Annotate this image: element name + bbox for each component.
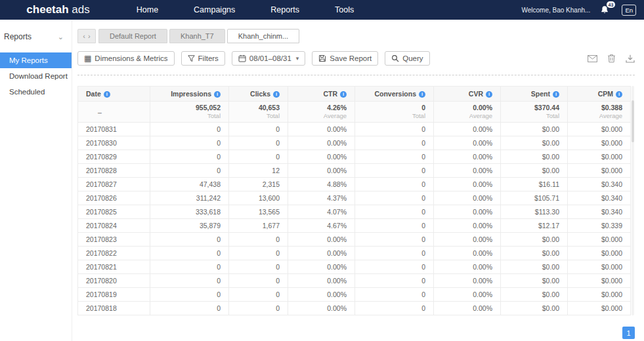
date-cell: 20170822 xyxy=(78,247,150,260)
value-cell: 0 xyxy=(229,136,288,150)
table-body: –955,052Total40,653Total4.26%Average0Tot… xyxy=(78,102,631,315)
report-table: DateImpressionsClicksCTRConversionsCVRSp… xyxy=(77,86,631,315)
sidebar-item[interactable]: My Reports xyxy=(0,52,72,68)
value-cell: $0.00 xyxy=(501,233,568,247)
report-tab[interactable]: Default Report xyxy=(98,29,167,43)
tab-label: Khanh_chinm... xyxy=(238,32,288,40)
save-report-button[interactable]: Save Report xyxy=(312,51,378,66)
sidebar-section-reports[interactable]: Reports ⌄ xyxy=(0,29,72,45)
info-icon[interactable] xyxy=(340,91,347,98)
dimensions-metrics-label: Dimensions & Metrics xyxy=(95,54,167,62)
table-row[interactable]: 20170825333,61813,5654.07%00.00%$113.30$… xyxy=(78,205,631,219)
date-cell: 20170825 xyxy=(78,205,150,219)
value-cell: 0.00% xyxy=(288,247,355,260)
date-cell: 20170827 xyxy=(78,178,150,191)
info-icon[interactable] xyxy=(419,91,425,98)
column-header[interactable]: Conversions xyxy=(355,87,434,102)
nav-item[interactable]: Campaigns xyxy=(176,0,253,20)
column-header[interactable]: CVR xyxy=(434,87,501,102)
value-cell: 0 xyxy=(355,233,434,247)
nav-item[interactable]: Home xyxy=(119,0,176,20)
back-icon[interactable]: ‹ xyxy=(83,32,85,40)
value-cell: 0 xyxy=(229,123,288,136)
sidebar: Reports ⌄ My Reports Download Report Sch… xyxy=(0,20,72,341)
nav-item-label: Tools xyxy=(335,5,354,14)
query-button[interactable]: Query xyxy=(385,51,429,66)
value-cell: 0 xyxy=(150,164,229,178)
date-cell: 20170831 xyxy=(78,123,150,136)
sidebar-item-label: Download Report xyxy=(9,72,68,80)
column-header[interactable]: CTR xyxy=(288,87,355,102)
table-row[interactable]: 2017082747,4382,3154.88%00.00%$16.11$0.3… xyxy=(78,178,631,191)
dimensions-metrics-button[interactable]: ▦ Dimensions & Metrics xyxy=(77,51,175,66)
value-cell: 0.00% xyxy=(288,233,355,247)
info-icon[interactable] xyxy=(104,91,110,98)
sidebar-item[interactable]: Download Report xyxy=(0,68,72,84)
table-row[interactable]: 20170823000.00%00.00%$0.00$0.000 xyxy=(78,233,631,247)
column-header[interactable]: Clicks xyxy=(229,87,288,102)
value-cell: 0.00% xyxy=(288,164,355,178)
table-row[interactable]: 201708280120.00%00.00%$0.00$0.000 xyxy=(78,164,631,178)
table-row[interactable]: 20170829000.00%00.00%$0.00$0.000 xyxy=(78,150,631,164)
pagination-page-button[interactable]: 1 xyxy=(622,327,635,339)
date-range-button[interactable]: 08/01–08/31 ▾ xyxy=(232,51,305,66)
column-header[interactable]: CPM xyxy=(568,87,631,102)
value-cell: 0 xyxy=(150,288,229,302)
column-header[interactable]: Spent xyxy=(501,87,568,102)
value-cell: 0.00% xyxy=(434,288,501,302)
value-cell: 333,618 xyxy=(150,205,229,219)
value-cell: 0 xyxy=(355,274,434,288)
table-row[interactable]: 20170831000.00%00.00%$0.00$0.000 xyxy=(78,123,631,136)
scrollbar-thumb[interactable] xyxy=(632,100,634,142)
table-row[interactable]: 20170819000.00%00.00%$0.00$0.000 xyxy=(78,288,631,302)
language-selector[interactable]: En xyxy=(622,5,636,16)
table-row[interactable]: 20170830000.00%00.00%$0.00$0.000 xyxy=(78,136,631,150)
info-icon[interactable] xyxy=(273,91,280,98)
nav-item[interactable]: Tools xyxy=(317,0,372,20)
date-cell: 20170829 xyxy=(78,150,150,164)
table-row[interactable]: 2017082435,8791,6774.67%00.00%$12.17$0.3… xyxy=(78,219,631,233)
report-tab[interactable]: Khanh_chinm... xyxy=(227,29,299,43)
download-icon[interactable] xyxy=(626,54,635,63)
nav-item[interactable]: Reports xyxy=(253,0,317,20)
value-cell: 0.00% xyxy=(288,274,355,288)
table-row[interactable]: 20170821000.00%00.00%$0.00$0.000 xyxy=(78,260,631,274)
sidebar-item-label: My Reports xyxy=(9,56,48,64)
info-icon[interactable] xyxy=(214,91,221,98)
value-cell: 311,242 xyxy=(150,191,229,205)
column-header[interactable]: Date xyxy=(78,87,150,102)
column-label: CTR xyxy=(323,90,337,98)
column-header[interactable]: Impressions xyxy=(150,87,229,102)
sidebar-item[interactable]: Scheduled xyxy=(0,84,72,100)
value-cell: 0.00% xyxy=(434,136,501,150)
value-cell: 0 xyxy=(150,136,229,150)
info-icon[interactable] xyxy=(616,91,622,98)
value-cell: $0.340 xyxy=(568,205,631,219)
table-scrollbar[interactable] xyxy=(632,86,634,315)
table-row[interactable]: 20170818000.00%00.00%$0.00$0.000 xyxy=(78,302,631,315)
caret-down-icon: ▾ xyxy=(296,55,299,62)
value-cell: 0.00% xyxy=(434,233,501,247)
value-cell: 0.00% xyxy=(434,247,501,260)
value-cell: 0 xyxy=(150,274,229,288)
value-cell: 0.00% xyxy=(434,219,501,233)
trash-icon[interactable] xyxy=(607,54,616,63)
info-icon[interactable] xyxy=(553,91,559,98)
notification-bell-icon[interactable]: 43 xyxy=(600,5,609,14)
content-area: Reports ⌄ My Reports Download Report Sch… xyxy=(0,20,644,341)
info-icon[interactable] xyxy=(486,91,492,98)
table-row[interactable]: 20170826311,24213,6004.37%00.00%$105.71$… xyxy=(78,191,631,205)
column-label: Conversions xyxy=(374,90,416,98)
table-row[interactable]: 20170820000.00%00.00%$0.00$0.000 xyxy=(78,274,631,288)
filters-button[interactable]: Filters xyxy=(181,51,225,66)
mail-icon[interactable] xyxy=(588,55,597,62)
report-tab[interactable]: Khanh_T7 xyxy=(169,29,225,43)
table-row[interactable]: 20170822000.00%00.00%$0.00$0.000 xyxy=(78,247,631,260)
welcome-text: Welcome, Bao Khanh... xyxy=(522,7,591,14)
table-totals-row: –955,052Total40,653Total4.26%Average0Tot… xyxy=(78,102,631,123)
value-cell: 2,315 xyxy=(229,178,288,191)
value-cell: 0.00% xyxy=(434,150,501,164)
forward-icon[interactable]: › xyxy=(88,32,91,40)
tab-scroll-arrows[interactable]: ‹ › xyxy=(77,29,96,43)
value-cell: 4.07% xyxy=(288,205,355,219)
